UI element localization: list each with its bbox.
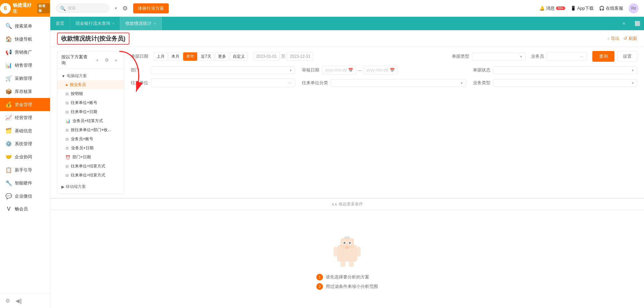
sidebar-item-wechat[interactable]: 💬 企业微信: [0, 190, 50, 203]
date-btn-this-year[interactable]: 本年: [183, 52, 197, 61]
scheme-item-salesperson-account[interactable]: ⊞ 业务员+账号: [57, 135, 124, 144]
collapse-footer-btn[interactable]: ◀‖: [15, 298, 22, 304]
filter-row-counterpart: 往来单位 ··· 往来单位分类 ▾: [131, 79, 637, 87]
date-btn-more[interactable]: 更多: [215, 52, 229, 61]
sidebar-item-search[interactable]: 🔍 搜索菜单: [0, 19, 50, 33]
tab-bank-flow[interactable]: 现金银行流水查询 ×: [70, 17, 120, 30]
date-start-input[interactable]: 2023-01-01: [253, 52, 280, 61]
tab-home[interactable]: 首页: [50, 17, 70, 30]
sidebar-item-guide[interactable]: 📋 新手引导: [0, 163, 50, 176]
salesperson-input[interactable]: ···: [547, 52, 587, 61]
item-icon: ⏰: [65, 155, 70, 160]
sidebar-item-system[interactable]: ⚙️ 系统管理: [0, 137, 50, 150]
voucher-type-input[interactable]: ▾: [472, 53, 526, 60]
scheme-item-dept-date[interactable]: ⏰ 部门+日期: [57, 153, 124, 162]
scheme-item-unit-settlement3[interactable]: ⊞ 往来单位+结算方式: [57, 171, 124, 180]
voucher-status-input[interactable]: ▾: [493, 66, 637, 74]
sidebar-item-label: 基础信息: [15, 128, 32, 134]
scheme-item-by-salesperson[interactable]: ● 按业务员: [57, 80, 124, 89]
date-btn-this-month[interactable]: 本月: [168, 52, 182, 61]
topbar-search[interactable]: 🔍 搜索: [56, 4, 109, 13]
sidebar-item-marketing[interactable]: 📢 营销推广: [0, 46, 50, 59]
date-btn-7days[interactable]: 近7天: [198, 52, 214, 61]
sidebar-item-iot[interactable]: 🔧 智能硬件: [0, 176, 50, 190]
settings-footer-btn[interactable]: ⚙: [5, 298, 10, 304]
sidebar-item-finance[interactable]: 💰 资金管理: [0, 98, 50, 111]
dept-input[interactable]: ▾: [150, 66, 295, 74]
notification-btn[interactable]: 🔔 消息 99+: [539, 5, 565, 11]
user-name: Rit: [631, 6, 636, 11]
online-service-btn[interactable]: 🎧 在线客服: [599, 5, 623, 11]
counterpart-input[interactable]: ···: [151, 79, 295, 87]
query-btn[interactable]: 查询: [592, 51, 614, 62]
counterpart-category-input[interactable]: ▾: [331, 79, 466, 87]
review-date-start-input[interactable]: yyyy-mm-dd 📅: [322, 66, 356, 74]
sidebar-item-label: 经营管理: [15, 115, 32, 121]
sidebar-item-member[interactable]: V 畅会员: [0, 203, 50, 215]
scheme-group-desktop-label[interactable]: ▼ 电脑端方案: [57, 72, 124, 80]
page-header: 收款情况统计(按业务员) ↑ 导出 ↺ 刷新: [50, 30, 644, 47]
collapse-scheme-btn[interactable]: «: [112, 56, 120, 64]
item-icon: ⊞: [65, 110, 69, 114]
tab-collection-stats[interactable]: 收款情况统计 ×: [120, 17, 161, 30]
sidebar-item-basic[interactable]: 🗂️ 基础信息: [0, 124, 50, 137]
sidebar-item-inventory[interactable]: 📦 库存核算: [0, 85, 50, 98]
scheme-item-unit-dept-collection[interactable]: ⊞ 按往来单位+部门+收...: [57, 125, 124, 135]
user-avatar[interactable]: Rit: [629, 3, 639, 13]
sidebar-item-sales[interactable]: 📊 销售管理: [0, 59, 50, 72]
tabbar: 首页 现金银行流水查询 × 收款情况统计 × × ⬜: [50, 17, 644, 30]
page-title: 收款情况统计(按业务员): [57, 33, 129, 45]
settings-scheme-btn[interactable]: ⚙: [103, 56, 110, 64]
scheme-item-label: 按业务员: [70, 82, 86, 88]
date-btn-last-month[interactable]: 上月: [154, 52, 168, 61]
svg-rect-11: [349, 262, 354, 267]
salesperson-more-btn[interactable]: ···: [580, 54, 583, 59]
tab-bank-flow-close[interactable]: ×: [112, 21, 114, 25]
scheme-group-mobile-label[interactable]: ▶ 移动端方案: [57, 183, 124, 191]
empty-step-1: 1 请先选择要分析的方案: [316, 274, 378, 280]
bell-icon: 🔔: [539, 6, 545, 11]
refresh-label: 刷新: [629, 36, 637, 42]
svg-rect-7: [345, 247, 349, 249]
empty-state: 1 请先选择要分析的方案 2 用过滤条件来缩小分析范围: [50, 210, 644, 308]
topbar-dropdown-btn[interactable]: ▾: [115, 6, 117, 11]
sidebar-item-purchase[interactable]: 🛒 采购管理: [0, 72, 50, 85]
review-date-end-input[interactable]: yyyy-mm-dd 📅: [363, 66, 397, 74]
trial-btn[interactable]: 体验行业方案: [133, 3, 169, 13]
add-scheme-btn[interactable]: +: [94, 56, 101, 64]
collapse-bar[interactable]: ∧∧ 收起更多条件: [50, 198, 644, 210]
scheme-item-salesperson-date[interactable]: ⚙ 业务员+日期: [57, 144, 124, 153]
finance-icon: 💰: [5, 101, 12, 108]
sidebar-nav: 🔍 搜索菜单 🏠 快捷导航 📢 营销推广 📊 销售管理 🛒 采购管理 📦 库存核…: [0, 17, 50, 293]
filter-settings-btn[interactable]: 设置: [617, 51, 637, 62]
scheme-item-salesperson-settlement[interactable]: 📊 业务员+结算方式: [57, 116, 124, 125]
counterpart-category-label: 往来单位分类: [302, 80, 328, 86]
counterpart-more-btn[interactable]: ···: [288, 81, 291, 85]
scheme-item-unit-account[interactable]: ⊞ 往来单位+账号: [57, 98, 124, 107]
marketing-icon: 📢: [5, 49, 12, 55]
export-btn[interactable]: ↑ 导出: [607, 36, 620, 42]
tab-collection-stats-close[interactable]: ×: [154, 21, 156, 25]
business-type-input[interactable]: ▾: [493, 79, 637, 87]
review-date-separator: —: [358, 68, 362, 73]
scheme-group-desktop: ▼ 电脑端方案 ● 按业务员 ⊞ 按明细: [57, 70, 124, 181]
step-2-text: 用过滤条件来缩小分析范围: [326, 284, 378, 290]
voucher-type-filter: 单据类型 ▾: [452, 53, 526, 60]
sidebar-item-label: 畅会员: [15, 206, 28, 212]
scheme-item-by-detail[interactable]: ⊞ 按明细: [57, 89, 124, 98]
scheme-item-unit-settlement2[interactable]: ⊞ 往来单位+结算方式: [57, 162, 124, 171]
topbar-settings-icon[interactable]: ⚙: [122, 5, 128, 12]
sidebar-item-enterprise[interactable]: 🤝 企业协同: [0, 150, 50, 163]
date-end-input[interactable]: 2023-12-31: [287, 52, 313, 61]
date-btn-custom[interactable]: 自定义: [230, 52, 248, 61]
sidebar-item-operation[interactable]: 📈 经营管理: [0, 111, 50, 124]
wechat-icon: 💬: [5, 193, 12, 199]
headset-icon: 🎧: [599, 6, 604, 11]
sidebar-item-quick-nav[interactable]: 🏠 快捷导航: [0, 33, 50, 46]
scheme-group-mobile: ▶ 移动端方案: [57, 181, 124, 192]
app-download-btn[interactable]: 📱 App下载: [571, 5, 594, 11]
refresh-btn[interactable]: ↺ 刷新: [624, 36, 637, 42]
maximize-window-btn[interactable]: ⬜: [631, 17, 644, 30]
scheme-item-unit-date[interactable]: ⊞ 往来单位+日期: [57, 107, 124, 116]
close-window-btn[interactable]: ×: [617, 17, 631, 30]
